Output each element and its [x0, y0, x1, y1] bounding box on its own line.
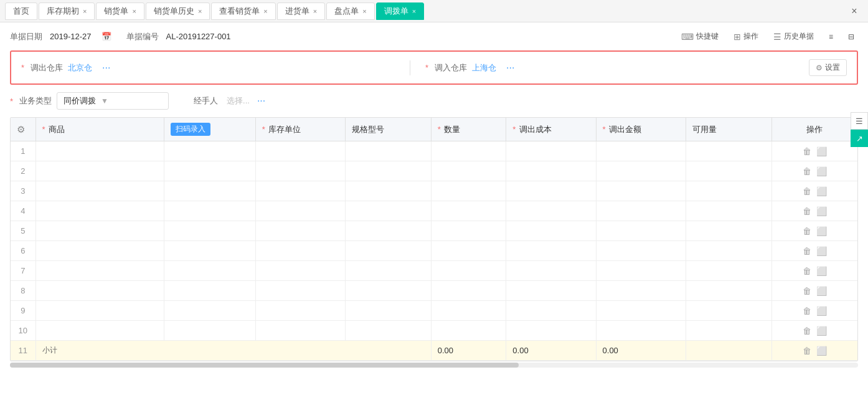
qty-cell[interactable]: [431, 161, 506, 181]
tab-purchase[interactable]: 进货单 ×: [277, 2, 325, 20]
qty-cell[interactable]: [431, 141, 506, 161]
table-settings-icon[interactable]: ⚙: [17, 124, 25, 135]
tab-home[interactable]: 首页: [5, 2, 37, 20]
cost-cell[interactable]: [506, 241, 596, 261]
out-warehouse-more[interactable]: ···: [102, 62, 110, 74]
delete-icon[interactable]: 🗑: [803, 166, 811, 176]
qty-cell[interactable]: [431, 241, 506, 261]
copy-icon[interactable]: ⬜: [816, 306, 827, 316]
delete-icon[interactable]: 🗑: [803, 266, 811, 276]
in-warehouse-more[interactable]: ···: [506, 62, 514, 74]
tab-sales-history-close[interactable]: ×: [198, 7, 202, 15]
product-cell[interactable]: [35, 181, 164, 201]
delete-icon[interactable]: 🗑: [803, 226, 811, 236]
handler-input[interactable]: 选择...: [227, 95, 250, 107]
amount-cell[interactable]: [596, 201, 686, 221]
cost-cell[interactable]: [506, 261, 596, 281]
tab-view-sales[interactable]: 查看销货单 ×: [211, 2, 275, 20]
delete-icon[interactable]: 🗑: [803, 346, 811, 356]
qty-cell[interactable]: [431, 221, 506, 241]
tab-view-sales-close[interactable]: ×: [263, 7, 267, 15]
spec-cell[interactable]: [345, 181, 431, 201]
cost-cell[interactable]: [506, 141, 596, 161]
product-cell[interactable]: [35, 321, 164, 341]
calendar-icon[interactable]: 📅: [101, 32, 111, 41]
tab-sales-order[interactable]: 销货单 ×: [96, 2, 144, 20]
product-cell[interactable]: [35, 141, 164, 161]
cost-cell[interactable]: [506, 301, 596, 321]
business-type-select[interactable]: 同价调拨 ▼: [57, 92, 169, 110]
spec-cell[interactable]: [345, 141, 431, 161]
unit-cell[interactable]: [255, 301, 345, 321]
qty-cell[interactable]: [431, 321, 506, 341]
tab-inventory-count-close[interactable]: ×: [362, 7, 366, 15]
copy-icon[interactable]: ⬜: [816, 266, 827, 276]
horizontal-scrollbar[interactable]: [10, 363, 858, 368]
spec-cell[interactable]: [345, 201, 431, 221]
product-cell[interactable]: [35, 281, 164, 301]
cost-cell[interactable]: [506, 201, 596, 221]
delete-icon[interactable]: 🗑: [803, 186, 811, 196]
scroll-thumb[interactable]: [10, 363, 519, 368]
shortcuts-button[interactable]: ⌨ 快捷键: [677, 30, 722, 43]
unit-cell[interactable]: [255, 281, 345, 301]
layout-btn1[interactable]: ≡: [825, 31, 837, 42]
tab-purchase-close[interactable]: ×: [313, 7, 317, 15]
spec-cell[interactable]: [345, 241, 431, 261]
amount-cell[interactable]: [596, 181, 686, 201]
cost-cell[interactable]: [506, 161, 596, 181]
unit-cell[interactable]: [255, 181, 345, 201]
unit-cell[interactable]: [255, 201, 345, 221]
copy-icon[interactable]: ⬜: [816, 206, 827, 216]
tab-sales-history[interactable]: 销货单历史 ×: [146, 2, 210, 20]
spec-cell[interactable]: [345, 221, 431, 241]
amount-cell[interactable]: [596, 261, 686, 281]
history-button[interactable]: ☰ 历史单据: [770, 30, 818, 43]
close-window-button[interactable]: ×: [846, 2, 863, 20]
out-warehouse-value[interactable]: 北京仓: [68, 62, 92, 74]
tab-transfer-close[interactable]: ×: [412, 7, 416, 15]
delete-icon[interactable]: 🗑: [803, 246, 811, 256]
right-toolbar-expand-btn[interactable]: ↗: [851, 130, 868, 147]
unit-cell[interactable]: [255, 141, 345, 161]
delete-icon[interactable]: 🗑: [803, 326, 811, 336]
layout-btn2[interactable]: ⊟: [844, 31, 858, 42]
spec-cell[interactable]: [345, 261, 431, 281]
unit-cell[interactable]: [255, 261, 345, 281]
qty-cell[interactable]: [431, 261, 506, 281]
product-cell[interactable]: [35, 161, 164, 181]
amount-cell[interactable]: [596, 301, 686, 321]
unit-cell[interactable]: [255, 221, 345, 241]
amount-cell[interactable]: [596, 221, 686, 241]
delete-icon[interactable]: 🗑: [803, 286, 811, 296]
handler-more[interactable]: ···: [257, 95, 265, 107]
copy-icon[interactable]: ⬜: [816, 166, 827, 176]
unit-cell[interactable]: [255, 241, 345, 261]
tab-transfer[interactable]: 调拨单 ×: [376, 2, 424, 20]
cost-cell[interactable]: [506, 181, 596, 201]
product-cell[interactable]: [35, 261, 164, 281]
qty-cell[interactable]: [431, 281, 506, 301]
amount-cell[interactable]: [596, 321, 686, 341]
cost-cell[interactable]: [506, 321, 596, 341]
cost-cell[interactable]: [506, 221, 596, 241]
delete-icon[interactable]: 🗑: [803, 306, 811, 316]
copy-icon[interactable]: ⬜: [816, 226, 827, 236]
copy-icon[interactable]: ⬜: [816, 286, 827, 296]
product-cell[interactable]: [35, 201, 164, 221]
copy-icon[interactable]: ⬜: [816, 326, 827, 336]
product-cell[interactable]: [35, 301, 164, 321]
spec-cell[interactable]: [345, 301, 431, 321]
amount-cell[interactable]: [596, 241, 686, 261]
in-warehouse-value[interactable]: 上海仓: [472, 62, 496, 74]
amount-cell[interactable]: [596, 141, 686, 161]
right-toolbar-list-btn[interactable]: ☰: [851, 112, 868, 130]
settings-button[interactable]: ⚙ 设置: [809, 59, 847, 76]
copy-icon[interactable]: ⬜: [816, 186, 827, 196]
delete-icon[interactable]: 🗑: [803, 206, 811, 216]
spec-cell[interactable]: [345, 281, 431, 301]
copy-icon[interactable]: ⬜: [816, 146, 827, 156]
product-cell[interactable]: [35, 221, 164, 241]
qty-cell[interactable]: [431, 301, 506, 321]
tab-inventory-count[interactable]: 盘点单 ×: [326, 2, 374, 20]
